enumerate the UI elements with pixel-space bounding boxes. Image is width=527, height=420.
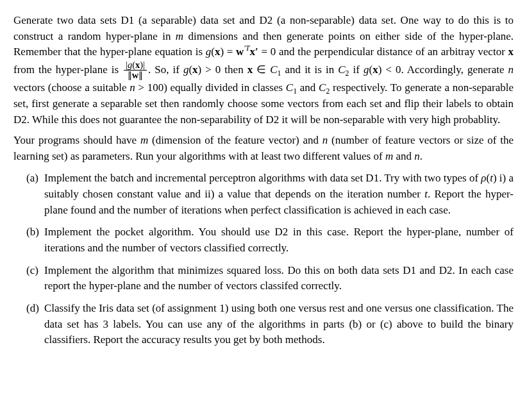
list-item-a: (a) Implement the batch and incremental … (26, 171, 514, 218)
p1-andin: and it is in (281, 63, 339, 76)
var-m-3: m (385, 150, 393, 162)
item-body-a: Implement the batch and incremental perc… (44, 171, 514, 218)
p2-a: Your programs should have (13, 134, 140, 146)
item-body-c: Implement the algorithm that minimizes s… (44, 263, 514, 294)
list-item-c: (c) Implement the algorithm that minimiz… (26, 263, 514, 294)
p1-soif: . So, if (148, 63, 183, 76)
var-x-bold: x (215, 46, 221, 58)
var-m: m (176, 30, 183, 42)
ordered-list: (a) Implement the batch and incremental … (13, 171, 514, 348)
p1-lt0: ) < 0. Accordingly, generate (378, 63, 508, 76)
paragraph-2: Your programs should have m (dimension o… (13, 133, 514, 164)
var-x-3: x (192, 63, 198, 76)
item-body-d: Classify the Iris data set (of assignmen… (44, 301, 514, 348)
var-x-4: x (247, 63, 253, 76)
var-m-2: m (140, 134, 148, 146)
p2-b: (dimension of the feature vector) and (148, 134, 322, 146)
item-marker-d: (d) (26, 301, 44, 348)
item-marker-a: (a) (26, 171, 44, 218)
p1-eq: = (224, 46, 236, 58)
var-C-2: C (338, 63, 345, 76)
var-x-prime: x′ (250, 46, 258, 58)
var-g: g (206, 46, 212, 58)
var-C-3: C (286, 81, 293, 94)
var-rho: ρ (481, 172, 486, 184)
p1-gt100: > 100) equally divided in classes (135, 81, 286, 94)
var-n: n (508, 63, 514, 76)
p2-d: and (393, 150, 414, 162)
var-w-bold: w (236, 46, 244, 58)
p1-vectors: vectors (choose a suitable (13, 81, 130, 94)
p1-fromhp: from the hyper-plane is (13, 63, 122, 76)
fraction: |g(x)|∥w∥ (124, 60, 147, 80)
var-n-4: n (414, 150, 420, 162)
item-marker-c: (c) (26, 263, 44, 294)
p1-in: ∈ (253, 63, 270, 76)
p2-e: . (420, 150, 422, 162)
p1-if: if (349, 63, 364, 76)
list-item-d: (d) Classify the Iris data set (of assig… (26, 301, 514, 348)
p1-gclose: ) > 0 then (198, 63, 247, 76)
var-C-4: C (319, 81, 326, 94)
item-body-b: Implement the pocket algorithm. You shou… (44, 224, 514, 256)
p1-and: and (297, 81, 319, 94)
list-item-b: (b) Implement the pocket algorithm. You … (26, 224, 514, 256)
var-x-5: x (372, 63, 378, 76)
p1-zero: = 0 and the perpendicular distance of an… (258, 46, 508, 58)
item-marker-b: (b) (26, 224, 44, 256)
var-x-bold-2: x (508, 46, 514, 58)
var-n-2: n (130, 81, 135, 94)
prime-T: ′T (244, 44, 249, 53)
var-C-1: C (270, 63, 277, 76)
item-a-1: Implement the batch and incremental perc… (44, 172, 481, 184)
paragraph-1: Generate two data sets D1 (a separable) … (13, 13, 514, 128)
